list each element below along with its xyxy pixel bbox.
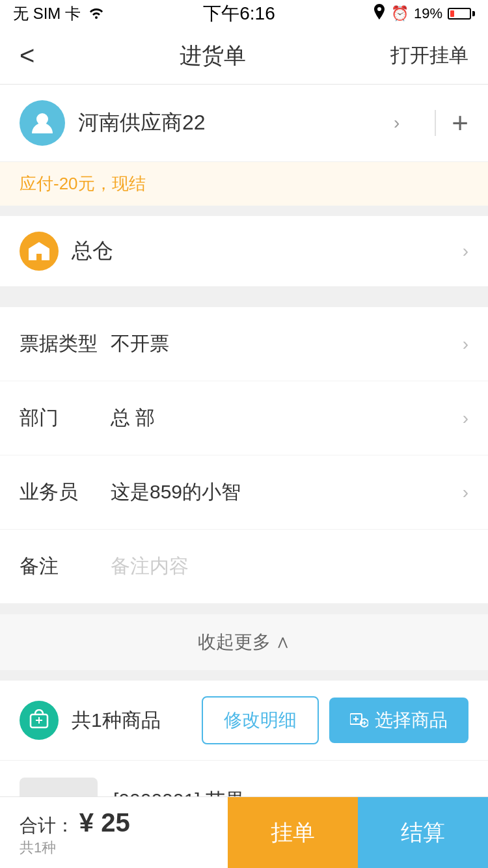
salesman-label: 业务员: [20, 479, 111, 506]
battery-percent: 19%: [414, 5, 442, 22]
hang-button[interactable]: 挂单: [228, 797, 358, 869]
total-amount: ¥ 25: [79, 808, 130, 837]
supplier-row[interactable]: 河南供应商22 › +: [0, 85, 488, 162]
invoice-value: 不开票: [111, 331, 463, 357]
warehouse-icon: [20, 232, 59, 271]
department-chevron-icon: ›: [463, 408, 468, 429]
department-row[interactable]: 部门 总 部 ›: [0, 381, 488, 455]
invoice-row[interactable]: 票据类型 不开票 ›: [0, 307, 488, 381]
select-product-label: 选择商品: [375, 708, 448, 733]
status-left: 无 SIM 卡: [13, 3, 105, 24]
open-hang-button[interactable]: 打开挂单: [390, 42, 468, 69]
wifi-icon: [87, 5, 105, 23]
remark-row[interactable]: 备注 备注内容: [0, 530, 488, 604]
warehouse-chevron-icon: ›: [463, 241, 468, 262]
spacer1: [0, 297, 488, 307]
department-label: 部门: [20, 405, 111, 431]
page-title: 进货单: [180, 41, 246, 71]
notice-bar: 应付-20元，现结: [0, 162, 488, 206]
total-section: 合计： ¥ 25 共1种: [0, 808, 228, 858]
spacer2: [0, 670, 488, 681]
notice-text: 应付-20元，现结: [20, 174, 146, 193]
warehouse-row[interactable]: 总仓 ›: [0, 216, 488, 286]
warehouse-section: 总仓 ›: [0, 216, 488, 286]
checkout-button[interactable]: 结算: [358, 797, 488, 869]
supplier-name: 河南供应商22: [78, 109, 394, 137]
collapse-label: 收起更多 ∧: [198, 632, 291, 652]
salesman-value: 这是859的小智: [111, 479, 463, 506]
invoice-label: 票据类型: [20, 331, 111, 357]
salesman-chevron-icon: ›: [463, 482, 468, 503]
select-product-button[interactable]: 选择商品: [329, 698, 468, 743]
supplier-divider: [435, 110, 436, 136]
status-right: ⏰ 19%: [373, 4, 475, 23]
salesman-row[interactable]: 业务员 这是859的小智 ›: [0, 455, 488, 530]
product-count: 共1种商品: [72, 707, 202, 734]
total-row: 合计： ¥ 25: [20, 808, 208, 838]
battery-icon: [448, 8, 475, 20]
warehouse-name: 总仓: [72, 237, 463, 265]
back-button[interactable]: <: [20, 41, 34, 70]
alarm-icon: ⏰: [391, 5, 409, 22]
nav-bar: < 进货单 打开挂单: [0, 27, 488, 85]
product-header: 共1种商品 修改明细 选择商品: [0, 681, 488, 761]
remark-label: 备注: [20, 553, 111, 580]
collapse-bar[interactable]: 收起更多 ∧: [0, 614, 488, 670]
status-time: 下午6:16: [203, 1, 275, 26]
edit-detail-button[interactable]: 修改明细: [202, 696, 319, 744]
supplier-chevron-icon: ›: [394, 113, 400, 133]
carrier-text: 无 SIM 卡: [13, 3, 81, 24]
product-icon: [20, 701, 59, 740]
remark-input[interactable]: 备注内容: [111, 553, 468, 580]
bottom-bar: 合计： ¥ 25 共1种 挂单 结算: [0, 796, 488, 868]
add-supplier-button[interactable]: +: [452, 107, 468, 139]
total-count: 共1种: [20, 838, 208, 858]
invoice-chevron-icon: ›: [463, 334, 468, 355]
status-bar: 无 SIM 卡 下午6:16 ⏰ 19%: [0, 0, 488, 27]
total-label: 合计：: [20, 815, 74, 835]
supplier-avatar: [20, 100, 65, 146]
form-section: 票据类型 不开票 › 部门 总 部 › 业务员 这是859的小智 › 备注 备注…: [0, 307, 488, 604]
supplier-section: 河南供应商22 › + 应付-20元，现结: [0, 85, 488, 206]
location-icon: [373, 4, 386, 23]
department-value: 总 部: [111, 405, 463, 431]
